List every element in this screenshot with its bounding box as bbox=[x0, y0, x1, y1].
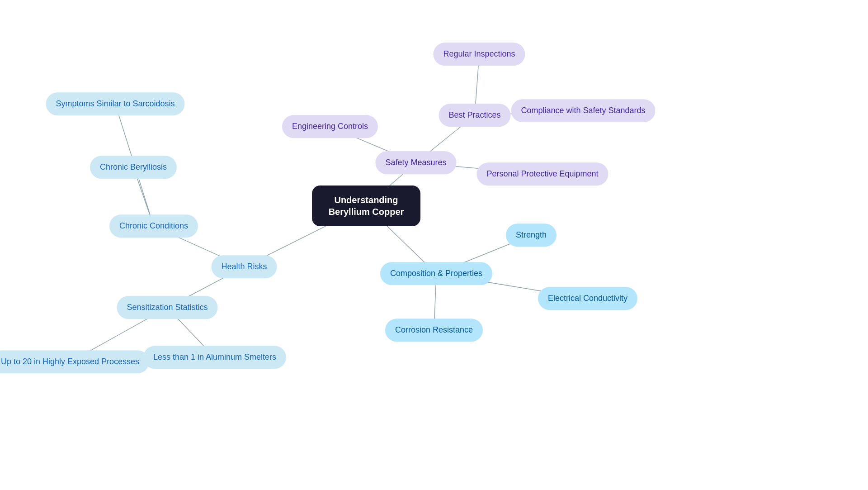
node-sensitization-stats: Sensitization Statistics bbox=[117, 296, 217, 319]
node-corrosion-resistance: Corrosion Resistance bbox=[385, 319, 483, 342]
node-symptoms-similar: Symptoms Similar to Sarcoidosis bbox=[46, 92, 184, 115]
node-center: Understanding Beryllium Copper bbox=[312, 186, 420, 226]
node-ppe: Personal Protective Equipment bbox=[476, 162, 608, 186]
node-engineering-controls: Engineering Controls bbox=[282, 115, 378, 138]
node-compliance-safety: Compliance with Safety Standards bbox=[511, 99, 655, 122]
node-chronic-berylliosis: Chronic Berylliosis bbox=[90, 156, 177, 179]
node-regular-inspections: Regular Inspections bbox=[433, 43, 525, 66]
node-electrical-conductivity: Electrical Conductivity bbox=[538, 287, 637, 310]
node-less-than-1: Less than 1 in Aluminum Smelters bbox=[143, 346, 286, 369]
node-safety-measures: Safety Measures bbox=[375, 151, 456, 174]
node-strength: Strength bbox=[506, 224, 557, 247]
node-up-to-20: Up to 20 in Highly Exposed Processes bbox=[0, 350, 149, 373]
connections-svg bbox=[0, 0, 868, 490]
node-best-practices: Best Practices bbox=[439, 104, 510, 127]
node-composition-properties: Composition & Properties bbox=[380, 262, 492, 285]
node-chronic-conditions: Chronic Conditions bbox=[109, 214, 198, 238]
mindmap-container: Understanding Beryllium Copper Health Ri… bbox=[0, 0, 868, 490]
node-health-risks: Health Risks bbox=[211, 255, 277, 278]
